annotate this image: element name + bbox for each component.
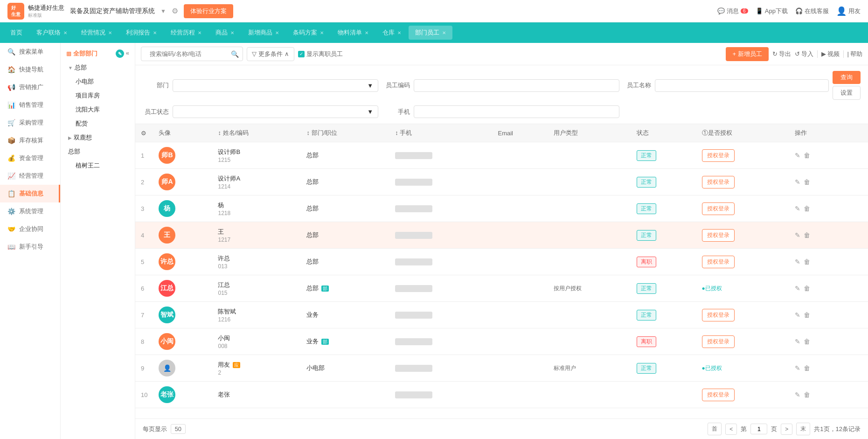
page-input[interactable] <box>750 424 767 434</box>
nav-tab-商品[interactable]: 商品✕ <box>209 26 241 40</box>
delete-button[interactable]: 🗑 <box>804 152 810 159</box>
edit-button[interactable]: ✎ <box>795 231 800 239</box>
auth-button[interactable]: 授权登录 <box>702 149 735 162</box>
tree-item-shenyang[interactable]: 沈阳大库 <box>61 103 135 117</box>
show-resigned-check[interactable]: ✓ 显示离职员工 <box>298 50 343 58</box>
user-item[interactable]: 👤 用友 <box>836 6 861 16</box>
delete-button[interactable]: 🗑 <box>804 285 810 292</box>
delete-button[interactable]: 🗑 <box>804 364 810 372</box>
edit-button[interactable]: ✎ <box>795 391 800 398</box>
col-dept[interactable]: ↕ 部门/职位 <box>301 124 389 142</box>
nav-tab-利润报告[interactable]: 利润报告✕ <box>119 26 163 40</box>
app-download-item[interactable]: 📱 App下载 <box>756 7 788 15</box>
first-page-button[interactable]: 首 <box>708 423 722 435</box>
edit-button[interactable]: ✎ <box>795 258 800 265</box>
nav-tab-客户联络[interactable]: 客户联络✕ <box>30 26 74 40</box>
sidebar-item-基础信息[interactable]: 📋基础信息 <box>0 185 60 202</box>
filter-more-button[interactable]: ▽ 更多条件 ∧ <box>247 47 294 61</box>
delete-button[interactable]: 🗑 <box>804 205 810 212</box>
nav-tab-新增商品[interactable]: 新增商品✕ <box>242 26 285 40</box>
dept-collapse-icon[interactable]: « <box>126 49 129 58</box>
sidebar-item-营销推广[interactable]: 📢营销推广 <box>0 78 60 96</box>
sidebar-item-采购管理[interactable]: 🛒采购管理 <box>0 114 60 132</box>
close-icon[interactable]: ✕ <box>320 30 324 35</box>
col-name[interactable]: ↕ 姓名/编码 <box>212 124 301 142</box>
close-icon[interactable]: ✕ <box>230 30 234 35</box>
sidebar-item-新手引导[interactable]: 📖新手引导 <box>0 238 60 256</box>
delete-button[interactable]: 🗑 <box>804 178 810 186</box>
close-icon[interactable]: ✕ <box>442 30 446 35</box>
last-page-button[interactable]: 末 <box>796 423 810 435</box>
nav-tab-经营情况[interactable]: 经营情况✕ <box>75 26 118 40</box>
nav-tab-经营历程[interactable]: 经营历程✕ <box>164 26 208 40</box>
tree-item-zhishu[interactable]: 植树王二 <box>61 159 135 173</box>
status-filter-select[interactable]: ▼ <box>173 105 378 118</box>
prev-page-button[interactable]: < <box>725 424 737 435</box>
query-button[interactable]: 查询 <box>833 71 861 84</box>
all-dept-label[interactable]: 全部部门 <box>73 49 97 58</box>
system-title-dropdown[interactable]: ▼ <box>160 8 166 14</box>
sidebar-item-库存核算[interactable]: 📦库存核算 <box>0 132 60 149</box>
nav-tab-仓库[interactable]: 仓库✕ <box>376 26 408 40</box>
auth-button[interactable]: 授权登录 <box>702 335 735 348</box>
edit-button[interactable]: ✎ <box>795 311 800 319</box>
dept-filter-select[interactable]: ▼ <box>173 79 378 92</box>
close-icon[interactable]: ✕ <box>397 30 401 35</box>
close-icon[interactable]: ✕ <box>198 30 201 35</box>
tree-item-zongbu2[interactable]: 总部 <box>61 145 135 159</box>
next-page-button[interactable]: > <box>781 424 792 435</box>
delete-button[interactable]: 🗑 <box>804 391 810 398</box>
view-button[interactable]: ▶ 视频 <box>821 50 840 58</box>
edit-button[interactable]: ✎ <box>795 338 800 345</box>
delete-button[interactable]: 🗑 <box>804 338 810 345</box>
settings-icon[interactable]: ⚙ <box>172 7 178 15</box>
tree-item-shuanglu[interactable]: ▶ 双鹿想 <box>61 131 135 145</box>
close-icon[interactable]: ✕ <box>275 30 279 35</box>
close-icon[interactable]: ✕ <box>153 30 157 35</box>
sidebar-item-企业协同[interactable]: 🤝企业协同 <box>0 220 60 238</box>
close-icon[interactable]: ✕ <box>108 30 112 35</box>
edit-button[interactable]: ✎ <box>795 285 800 292</box>
sidebar-item-销售管理[interactable]: 📊销售管理 <box>0 96 60 114</box>
auth-button[interactable]: 授权登录 <box>702 309 735 321</box>
nav-tab-物料清单[interactable]: 物料清单✕ <box>331 26 375 40</box>
delete-button[interactable]: 🗑 <box>804 311 810 319</box>
auth-button[interactable]: 授权登录 <box>702 229 735 242</box>
auth-button[interactable]: 授权登录 <box>702 256 735 268</box>
add-employee-button[interactable]: + 新增员工 <box>726 47 768 61</box>
reset-button[interactable]: 设置 <box>833 86 861 100</box>
tree-item-xiangmuku[interactable]: 项目库房 <box>61 89 135 103</box>
nav-tab-条码方案[interactable]: 条码方案✕ <box>286 26 330 40</box>
trial-button[interactable]: 体验行业方案 <box>184 4 233 18</box>
export-button[interactable]: ↻ 导出 <box>772 50 791 58</box>
empname-filter-input[interactable] <box>655 79 829 92</box>
search-button[interactable]: 🔍 <box>231 50 239 58</box>
nav-tab-首页[interactable]: 首页 <box>4 26 29 40</box>
sidebar-item-系统管理[interactable]: ⚙️系统管理 <box>0 202 60 220</box>
show-resigned-checkbox[interactable]: ✓ <box>298 51 305 57</box>
sidebar-item-资金管理[interactable]: 💰资金管理 <box>0 149 60 167</box>
tree-item-xiaodibu[interactable]: 小电部 <box>61 75 135 89</box>
edit-button[interactable]: ✎ <box>795 178 800 186</box>
close-icon[interactable]: ✕ <box>63 30 67 35</box>
close-icon[interactable]: ✕ <box>365 30 368 35</box>
sidebar-item-经营管理[interactable]: 📈经营管理 <box>0 167 60 185</box>
message-item[interactable]: 💬 消息 6 <box>717 7 748 15</box>
auth-button[interactable]: 授权登录 <box>702 389 735 401</box>
col-settings[interactable]: ⚙ <box>135 124 153 142</box>
edit-button[interactable]: ✎ <box>795 205 800 212</box>
edit-button[interactable]: ✎ <box>795 364 800 372</box>
tree-item-general[interactable]: ▼ 总部 <box>61 61 135 75</box>
edit-button[interactable]: ✎ <box>795 152 800 159</box>
sidebar-item-快捷导航[interactable]: 🏠快捷导航 <box>0 61 60 78</box>
per-page-value[interactable]: 50 <box>171 424 186 434</box>
online-service-item[interactable]: 🎧 在线客服 <box>795 7 829 15</box>
col-phone[interactable]: ↕ 手机 <box>389 124 492 142</box>
delete-button[interactable]: 🗑 <box>804 258 810 265</box>
sidebar-item-搜索菜单[interactable]: 🔍搜索菜单 <box>0 43 60 61</box>
nav-tab-部门员工[interactable]: 部门员工✕ <box>409 26 452 40</box>
import-button[interactable]: ↺ 导入 <box>795 50 813 58</box>
phone-filter-input[interactable] <box>414 105 619 118</box>
empcode-filter-input[interactable] <box>414 79 619 92</box>
dept-edit-icon[interactable]: ✎ <box>116 49 124 58</box>
